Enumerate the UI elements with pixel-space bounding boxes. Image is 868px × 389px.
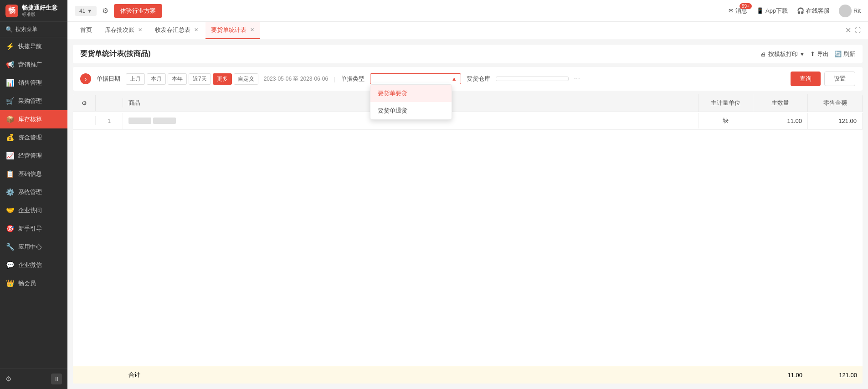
row-amount: 121.00 (808, 113, 863, 129)
sidebar-item-label: 新手引导 (18, 225, 42, 233)
th-amount: 零售金额 (808, 94, 863, 112)
sidebar-item-app-center[interactable]: 🔧 应用中心 (0, 238, 67, 256)
dropdown-option-return-goods[interactable]: 要货单退货 (370, 102, 452, 119)
window-controls: ✕ ⛶ (845, 26, 861, 35)
printer-icon: 🖨 (760, 51, 766, 57)
sidebar-item-newbie[interactable]: 🎯 新手引导 (0, 220, 67, 238)
dropdown-option-order-goods[interactable]: 要货单要货 (370, 85, 452, 102)
sidebar-item-quick-nav[interactable]: ⚡ 快捷导航 (0, 37, 67, 56)
btn-this-month[interactable]: 本月 (147, 73, 166, 85)
expand-window-icon[interactable]: ⛶ (855, 27, 861, 34)
tab-order-summary-close[interactable]: ✕ (250, 27, 254, 33)
tab-order-summary-label: 要货单统计表 (211, 26, 247, 34)
sidebar-item-operations[interactable]: 📈 经营管理 (0, 147, 67, 165)
filter-expand-btn[interactable]: › (80, 73, 91, 84)
page-actions: 🖨 按模板打印 ▼ ⬆ 导出 🔄 刷新 (760, 50, 855, 58)
row-quantity: 11.00 (753, 113, 808, 129)
sidebar-item-label: 系统管理 (18, 188, 42, 196)
tabs-count-chevron: ▼ (87, 8, 92, 14)
sidebar-item-label: 畅会员 (18, 279, 36, 287)
sidebar-search-label: 搜索菜单 (15, 26, 37, 33)
th-index (96, 98, 123, 107)
sidebar-item-finance[interactable]: 💰 资金管理 (0, 128, 67, 147)
tab-order-summary[interactable]: 要货单统计表 ✕ (205, 22, 260, 39)
print-label: 按模板打印 (768, 50, 798, 58)
system-icon: ⚙️ (5, 188, 15, 197)
warehouse-select[interactable] (496, 77, 569, 81)
footer-quantity: 11.00 (748, 372, 802, 379)
settings-footer-icon[interactable]: ⚙ (5, 375, 11, 383)
app-download-item[interactable]: 📱 App下载 (756, 7, 788, 15)
th-quantity: 主数量 (753, 94, 808, 112)
logo-subtitle: 标准版 (22, 11, 57, 17)
message-item[interactable]: ✉ 消息 99+ (729, 7, 747, 15)
sidebar-item-member[interactable]: 👑 畅会员 (0, 274, 67, 292)
filter-divider: | (334, 76, 335, 82)
sidebar-item-basic-info[interactable]: 📋 基础信息 (0, 165, 67, 183)
sidebar-item-purchase[interactable]: 🛒 采购管理 (0, 92, 67, 110)
btn-last-7days[interactable]: 近7天 (189, 73, 211, 85)
tabs-count-indicator[interactable]: 41 ▼ (75, 6, 97, 16)
filter-date-buttons: 上月 本月 本年 近7天 更多 自定义 (126, 73, 258, 85)
user-name: Rit (853, 7, 861, 14)
export-label: 导出 (817, 50, 829, 58)
date-range-value: 2023-05-06 至 2023-06-06 (264, 75, 328, 83)
sidebar-search[interactable]: 🔍 搜索菜单 (0, 22, 67, 37)
page-content: 要货单统计表(按商品) 🖨 按模板打印 ▼ ⬆ 导出 🔄 刷新 › (67, 39, 868, 389)
sidebar-item-inventory[interactable]: 📦 库存核算 (0, 110, 67, 128)
online-service-label: 在线客服 (806, 7, 830, 15)
sidebar-item-sales[interactable]: 📊 销售管理 (0, 74, 67, 92)
btn-more[interactable]: 更多 (213, 73, 232, 85)
sidebar-item-label: 营销推广 (18, 61, 42, 69)
trial-btn[interactable]: 体验行业方案 (114, 4, 162, 18)
wechat-icon: 💬 (5, 261, 15, 270)
table-body: 1 块 11.00 121.00 (73, 112, 863, 366)
close-window-icon[interactable]: ✕ (845, 26, 851, 35)
inventory-icon: 📦 (5, 115, 15, 124)
refresh-icon: 🔄 (834, 51, 842, 57)
main-area: 41 ▼ ⚙ 体验行业方案 ✉ 消息 99+ 📱 App下载 🎧 在线客服 Ri… (67, 0, 868, 389)
tab-batch-account-close[interactable]: ✕ (138, 27, 142, 33)
btn-last-month[interactable]: 上月 (126, 73, 145, 85)
online-service-item[interactable]: 🎧 在线客服 (797, 7, 830, 15)
logo-icon: 畅 (5, 5, 18, 17)
table-header: ⚙ 商品 主计量单位 主数量 零售金额 (73, 94, 863, 112)
type-select[interactable]: ▲ (370, 73, 461, 84)
sidebar-item-system[interactable]: ⚙️ 系统管理 (0, 183, 67, 201)
btn-custom[interactable]: 自定义 (234, 73, 258, 85)
type-dropdown: 要货单要货 要货单退货 (370, 84, 452, 120)
print-action[interactable]: 🖨 按模板打印 ▼ (760, 50, 805, 58)
sidebar-item-enterprise[interactable]: 🤝 企业协同 (0, 201, 67, 220)
headset-icon: 🎧 (797, 7, 804, 14)
refresh-label: 刷新 (843, 50, 855, 58)
sidebar-item-wechat[interactable]: 💬 企业微信 (0, 256, 67, 274)
tab-payment-summary-close[interactable]: ✕ (194, 27, 198, 33)
warehouse-more-icon[interactable]: ··· (574, 75, 580, 83)
refresh-action[interactable]: 🔄 刷新 (834, 50, 855, 58)
quick-nav-icon: ⚡ (5, 42, 15, 51)
topbar-gear-icon[interactable]: ⚙ (102, 6, 108, 15)
settings-btn[interactable]: 设置 (824, 72, 855, 86)
filter-bar: › 单据日期 上月 本月 本年 近7天 更多 自定义 2023-05-06 至 … (73, 67, 863, 91)
user-avatar-item[interactable]: Rit (839, 5, 861, 17)
finance-icon: 💰 (5, 133, 15, 142)
tab-payment-summary-label: 收发存汇总表 (155, 26, 190, 34)
app-download-label: App下载 (765, 7, 788, 15)
tab-payment-summary[interactable]: 收发存汇总表 ✕ (149, 22, 204, 39)
sidebar-item-label: 企业协同 (18, 206, 42, 215)
newbie-icon: 🎯 (5, 224, 15, 233)
page-title: 要货单统计表(按商品) (80, 49, 151, 59)
export-icon: ⬆ (810, 51, 815, 57)
query-btn[interactable]: 查询 (791, 72, 821, 86)
sidebar-toggle[interactable]: ⏸ (51, 374, 62, 384)
export-action[interactable]: ⬆ 导出 (810, 50, 829, 58)
purchase-icon: 🛒 (5, 97, 15, 106)
tab-home[interactable]: 首页 (75, 22, 98, 39)
footer-label-cell: 合计 (128, 371, 693, 379)
sidebar-item-label: 企业微信 (18, 261, 42, 269)
th-gear[interactable]: ⚙ (73, 95, 96, 111)
row-index: 1 (96, 113, 123, 129)
btn-this-year[interactable]: 本年 (168, 73, 187, 85)
sidebar-item-marketing[interactable]: 📢 营销推广 (0, 56, 67, 74)
tab-batch-account[interactable]: 库存批次账 ✕ (99, 22, 148, 39)
